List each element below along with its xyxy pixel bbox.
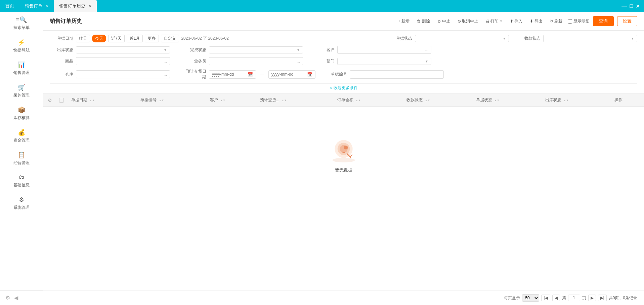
top-bar: 首页 销售订单 ✕ 销售订单历史 ✕ — □ ✕ [0,0,644,12]
date-btn-more[interactable]: 更多 [145,35,159,42]
out-status-label: 出库状态 [50,47,73,53]
sort-customer-icon[interactable]: ▲▼ [220,99,225,102]
table-container: ⚙ 单据日期 ▲▼ 单据编号 ▲▼ [43,94,644,291]
dept-select[interactable]: ▼ [337,58,431,65]
filter-row-1: 单据日期 昨天 今天 近7天 近1月 更多 自定义 2023-06-02 至 2… [50,35,637,42]
sidebar-item-inventory[interactable]: 📦 库存核算 [0,102,43,125]
sidebar-item-label: 销售管理 [13,70,30,76]
sidebar-item-capital-mgmt[interactable]: 💰 资金管理 [0,125,43,147]
date-btn-7days[interactable]: 近7天 [108,35,125,42]
sort-out-status-icon[interactable]: ▲▼ [563,99,569,102]
pay-status-label: 收款状态 [517,36,541,41]
delivery-end-field[interactable] [271,72,307,77]
inventory-icon: 📦 [18,106,25,114]
complete-status-select[interactable]: ▼ [209,46,303,53]
page-label: 第 [562,295,566,301]
close-tab-sales-order-history[interactable]: ✕ [88,4,91,8]
sidebar-item-label: 快捷导航 [13,47,30,53]
maximize-btn[interactable]: □ [630,3,633,9]
delete-btn[interactable]: 🗑 删除 [415,17,432,26]
sidebar-item-quick-nav[interactable]: ⚡ 快捷导航 [0,35,43,57]
table-gear-icon[interactable]: ⚙ [48,98,52,103]
salesperson-dots-icon[interactable]: ... [297,59,300,64]
customer-input[interactable]: ... [337,46,431,54]
sort-order-no-icon[interactable]: ▲▼ [159,99,164,102]
delivery-start-input[interactable]: 📅 [209,70,256,79]
import-btn[interactable]: ⬆ 导入 [508,17,524,26]
sidebar-collapse-icon[interactable]: ◀ [14,295,18,301]
col-settings: ⚙ [43,94,56,107]
pay-status-dropdown-icon: ▼ [631,37,634,40]
warehouse-dots-icon[interactable]: ... [164,72,167,77]
tab-sales-order-history[interactable]: 销售订单历史 ✕ [54,0,97,12]
goods-input[interactable]: ... [76,57,170,65]
filter-row-4: 仓库 ... 预计交货日期 📅 — 📅 单据编号 [50,69,637,80]
close-tab-sales-order[interactable]: ✕ [45,4,48,8]
last-page-btn[interactable]: ▶| [598,295,607,301]
delivery-start-field[interactable] [212,72,248,77]
main-layout: ≡🔍 搜索菜单 ⚡ 快捷导航 📊 销售管理 🛒 采购管理 📦 库存核算 💰 资金… [0,12,644,305]
delivery-end-input[interactable]: 📅 [268,70,315,79]
svg-point-0 [332,158,355,162]
date-btn-1month[interactable]: 近1月 [127,35,143,42]
salesperson-input[interactable]: ... [209,57,303,65]
warehouse-input[interactable]: ... [76,70,170,78]
goods-dots-icon[interactable]: ... [164,59,167,64]
col-customer: 客户 ▲▼ [207,94,257,107]
sort-order-date-icon[interactable]: ▲▼ [89,99,95,102]
new-btn[interactable]: + 新增 [396,17,412,26]
salesperson-label: 业务员 [183,59,206,64]
order-no-input[interactable] [350,70,444,79]
stop-btn[interactable]: ⊘ 中止 [435,17,452,26]
per-page-select[interactable]: 50 10 20 100 [522,294,539,302]
select-all-checkbox[interactable] [59,98,64,103]
customer-dots-icon[interactable]: ... [425,47,428,52]
display-toggle-checkbox[interactable] [568,19,572,24]
out-status-select[interactable]: ▼ [76,46,170,53]
prev-page-btn[interactable]: ◀ [552,295,560,301]
sidebar-settings-icon[interactable]: ⚙ [5,295,10,301]
settings-button[interactable]: 设置 [617,16,637,26]
col-operation: 操作 [612,94,644,107]
pay-status-select[interactable]: ▼ [543,35,637,42]
next-page-btn[interactable]: ▶ [588,295,596,301]
sort-order-status-icon[interactable]: ▲▼ [494,99,500,102]
sidebar-item-sales-mgmt[interactable]: 📊 销售管理 [0,57,43,80]
tab-home[interactable]: 首页 [0,0,19,12]
delivery-end-cal-icon[interactable]: 📅 [307,72,312,77]
query-button[interactable]: 查询 [593,16,614,26]
search-menu-icon: ≡🔍 [16,16,27,24]
refresh-btn[interactable]: ↻ 刷新 [548,17,564,26]
tab-sales-order[interactable]: 销售订单 ✕ [19,0,54,12]
print-dropdown-icon[interactable]: ▼ [500,20,503,23]
delivery-start-cal-icon[interactable]: 📅 [248,72,253,77]
date-btn-custom[interactable]: 自定义 [161,35,179,42]
sidebar-item-ops-mgmt[interactable]: 📋 经营管理 [0,147,43,170]
page-number-input[interactable] [568,295,580,301]
empty-text: 暂无数据 [335,167,352,173]
sort-pay-status-icon[interactable]: ▲▼ [425,99,430,102]
minimize-btn[interactable]: — [621,3,627,9]
sidebar-item-label: 经营管理 [13,160,30,166]
order-status-select[interactable]: ▼ [415,35,509,42]
date-btn-yesterday[interactable]: 昨天 [76,35,90,42]
display-toggle[interactable]: 显示明细 [568,18,590,24]
cancel-stop-btn[interactable]: ⊘ 取消中止 [456,17,480,26]
first-page-btn[interactable]: |◀ [541,295,550,301]
sidebar-item-label: 资金管理 [13,138,30,143]
export-btn[interactable]: ⬇ 导出 [528,17,544,26]
close-btn[interactable]: ✕ [636,3,640,9]
date-btn-today[interactable]: 今天 [92,35,106,42]
order-status-dropdown-icon: ▼ [503,37,506,40]
print-btn[interactable]: 🖨 打印 ▼ [483,17,505,26]
sidebar-item-purchase-mgmt[interactable]: 🛒 采购管理 [0,80,43,102]
sort-amount-icon[interactable]: ▲▼ [355,99,361,102]
capital-mgmt-icon: 💰 [18,129,25,136]
sidebar-item-sys-mgmt[interactable]: ⚙ 系统管理 [0,192,43,215]
collapse-bar[interactable]: ∧ 收起更多条件 [50,83,637,92]
sort-delivery-date-icon[interactable]: ▲▼ [282,99,287,102]
sidebar-item-base-info[interactable]: 🗂 基础信息 [0,170,43,192]
page-header: 销售订单历史 + 新增 🗑 删除 ⊘ 中止 ⊘ 取消中止 🖨 打印 ▼ ⬆ 导入… [43,12,644,31]
order-no-field[interactable] [353,72,441,77]
sidebar-item-search-menu[interactable]: ≡🔍 搜索菜单 [0,12,43,35]
